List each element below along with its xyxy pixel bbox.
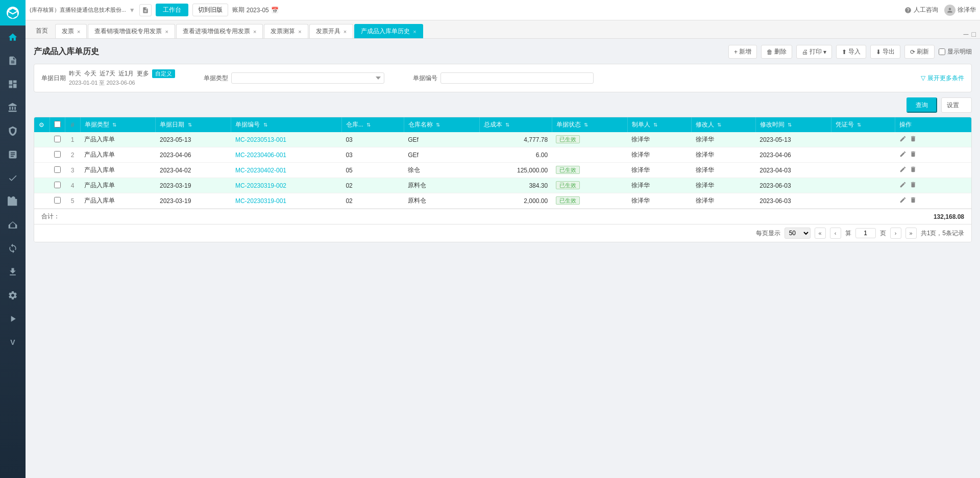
expand-conditions[interactable]: ▽ 展开更多条件 (921, 74, 964, 83)
sidebar-item-invoice[interactable] (0, 49, 26, 72)
user-area[interactable]: 徐泽华 (944, 5, 976, 16)
row-checkbox-cell[interactable] (50, 193, 65, 209)
sidebar-item-sync[interactable] (0, 237, 26, 260)
col-type[interactable]: 单据类型 ⇅ (80, 117, 156, 132)
row-checkbox[interactable] (54, 182, 61, 188)
switch-version-button[interactable]: 切到旧版 (192, 4, 228, 16)
sidebar-item-video[interactable] (0, 307, 26, 331)
row-edit-icon[interactable] (899, 196, 906, 205)
minimize-btn[interactable]: ─ (964, 30, 969, 38)
first-page-btn[interactable]: « (815, 228, 826, 239)
row-checkbox[interactable] (54, 136, 61, 142)
row-edit-icon[interactable] (899, 166, 906, 174)
tab-sales-vat[interactable]: 查看销项增值税专用发票 × (88, 24, 175, 38)
date-1month[interactable]: 近1月 (118, 69, 134, 78)
query-button[interactable]: 查询 (906, 97, 937, 113)
page-size-select[interactable]: 10 20 50 100 (785, 228, 811, 239)
app-logo[interactable] (0, 0, 26, 26)
date-7days[interactable]: 近7天 (100, 69, 115, 78)
row-number[interactable]: MC-20230319-001 (231, 193, 341, 209)
type-select[interactable] (231, 72, 384, 84)
sidebar-item-download[interactable] (0, 260, 26, 284)
row-checkbox-cell[interactable] (50, 147, 65, 163)
date-yesterday[interactable]: 昨天 (69, 69, 81, 78)
row-delete-icon[interactable] (910, 196, 917, 205)
sidebar-item-reports[interactable] (0, 143, 26, 166)
row-number[interactable]: MC-20230406-001 (231, 147, 341, 163)
row-checkbox[interactable] (54, 151, 61, 158)
tab-invoice-close[interactable]: × (77, 29, 80, 35)
sidebar-item-security[interactable] (0, 119, 26, 143)
col-select-all[interactable] (50, 117, 65, 132)
number-input[interactable] (440, 72, 594, 84)
col-total-cost[interactable]: 总成本 ⇅ (479, 117, 552, 132)
row-checkbox-cell[interactable] (50, 178, 65, 193)
calendar-icon[interactable]: 📅 (271, 7, 279, 14)
col-modifier[interactable]: 修改人 ⇅ (692, 117, 756, 132)
row-number-link[interactable]: MC-20230402-001 (235, 167, 286, 174)
tab-invoice-calc-close[interactable]: × (298, 29, 301, 35)
row-number[interactable]: MC-20230402-001 (231, 163, 341, 178)
last-page-btn[interactable]: » (905, 228, 917, 239)
row-number[interactable]: MC-20230319-002 (231, 178, 341, 193)
col-warehouse-code[interactable]: 仓库... ⇅ (341, 117, 404, 132)
row-number-link[interactable]: MC-20230513-001 (235, 136, 286, 143)
date-custom[interactable]: 自定义 (152, 69, 175, 78)
col-modify-time[interactable]: 修改时间 ⇅ (755, 117, 831, 132)
row-checkbox[interactable] (54, 197, 61, 204)
sidebar-item-analytics[interactable] (0, 72, 26, 96)
col-status[interactable]: 单据状态 ⇅ (552, 117, 627, 132)
row-delete-icon[interactable] (910, 135, 917, 144)
row-edit-icon[interactable] (899, 135, 906, 144)
sidebar-item-warehouse[interactable] (0, 213, 26, 237)
sidebar-item-inventory[interactable] (0, 190, 26, 213)
row-number-link[interactable]: MC-20230319-001 (235, 197, 286, 205)
show-detail-checkbox[interactable] (939, 48, 945, 55)
export-button[interactable]: ⬇ 导出 (870, 45, 900, 59)
tab-invoice-calc[interactable]: 发票测算 × (264, 24, 308, 38)
sidebar-item-home[interactable] (0, 26, 26, 49)
col-number[interactable]: 单据编号 ⇅ (231, 117, 341, 132)
sidebar-item-settings[interactable] (0, 284, 26, 307)
date-today[interactable]: 今天 (84, 69, 96, 78)
col-warehouse-name[interactable]: 仓库名称 ⇅ (404, 117, 479, 132)
print-button[interactable]: 🖨 打印 ▾ (796, 45, 832, 59)
col-date[interactable]: 单据日期 ⇅ (156, 117, 231, 132)
settings-icon[interactable]: ⚙ (39, 121, 44, 129)
tab-purchase-vat[interactable]: 查看进项增值税专用发票 × (176, 24, 263, 38)
import-button[interactable]: ⬆ 导入 (836, 45, 866, 59)
row-number-link[interactable]: MC-20230319-002 (235, 182, 286, 189)
select-all-checkbox[interactable] (54, 121, 61, 128)
workbench-button[interactable]: 工作台 (156, 4, 188, 16)
tab-home[interactable]: 首页 (30, 23, 54, 38)
row-delete-icon[interactable] (910, 181, 917, 190)
tab-product-inbound-close[interactable]: × (413, 29, 416, 35)
service-btn[interactable]: 人工咨询 (904, 6, 938, 14)
prev-page-btn[interactable]: ‹ (830, 228, 841, 239)
row-delete-icon[interactable] (910, 150, 917, 159)
row-checkbox-cell[interactable] (50, 163, 65, 178)
row-delete-icon[interactable] (910, 166, 917, 174)
tab-invoice[interactable]: 发票 × (55, 24, 87, 38)
page-number-input[interactable] (855, 228, 876, 238)
col-voucher[interactable]: 凭证号 ⇅ (831, 117, 895, 132)
sidebar-item-bank[interactable] (0, 96, 26, 119)
maximize-btn[interactable]: □ (972, 30, 976, 38)
doc-icon-btn[interactable] (139, 4, 152, 16)
row-number-link[interactable]: MC-20230406-001 (235, 152, 286, 159)
tab-sales-vat-close[interactable]: × (165, 29, 168, 35)
tab-invoice-issue[interactable]: 发票开具 × (309, 24, 353, 38)
row-number[interactable]: MC-20230513-001 (231, 132, 341, 147)
next-page-btn[interactable]: › (890, 228, 901, 239)
row-edit-icon[interactable] (899, 181, 906, 190)
row-checkbox-cell[interactable] (50, 132, 65, 147)
tab-purchase-vat-close[interactable]: × (253, 29, 256, 35)
sidebar-item-voucher[interactable] (0, 166, 26, 190)
col-creator[interactable]: 制单人 ⇅ (627, 117, 692, 132)
col-settings[interactable]: ⚙ (34, 117, 50, 132)
refresh-button[interactable]: ⟳ 刷新 (904, 45, 935, 59)
sidebar-item-v[interactable]: V (0, 331, 26, 354)
new-button[interactable]: + 新增 (728, 45, 757, 59)
delete-button[interactable]: 🗑 删除 (761, 45, 792, 59)
date-more[interactable]: 更多 (137, 69, 149, 78)
